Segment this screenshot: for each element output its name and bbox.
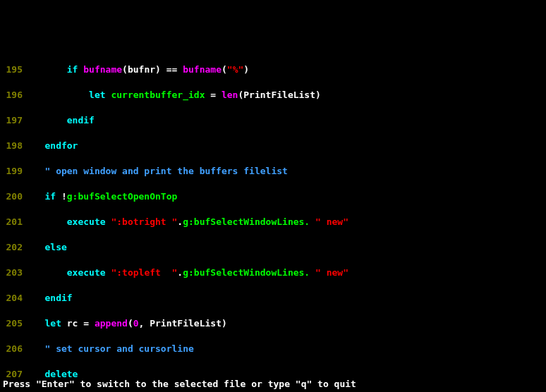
code-line: 200 if !g:bufSelectOpenOnTop <box>0 190 546 203</box>
code-line: 199 " open window and print the buffers … <box>0 165 546 178</box>
code-line: 203 execute ":topleft ".g:bufSelectWindo… <box>0 267 546 279</box>
code-line: 195 if bufname(bufnr) == bufname("%") <box>0 63 546 76</box>
code-line: 206 " set cursor and cursorline <box>0 343 546 355</box>
code-line: 198 endfor <box>0 140 546 152</box>
code-line: 201 execute ":botright ".g:bufSelectWind… <box>0 216 546 228</box>
code-line: 196 let currentbuffer_idx = len(PrintFil… <box>0 89 546 102</box>
code-line: 202 else <box>0 241 546 254</box>
code-line: 197 endif <box>0 114 546 127</box>
code-line: 205 let rc = append(0, PrintFileList) <box>0 317 546 330</box>
code-line: 204 endif <box>0 292 546 305</box>
code-area[interactable]: 195 if bufname(bufnr) == bufname("%") 19… <box>0 51 546 392</box>
command-line-prompt: Press "Enter" to switch to the selected … <box>0 376 359 392</box>
